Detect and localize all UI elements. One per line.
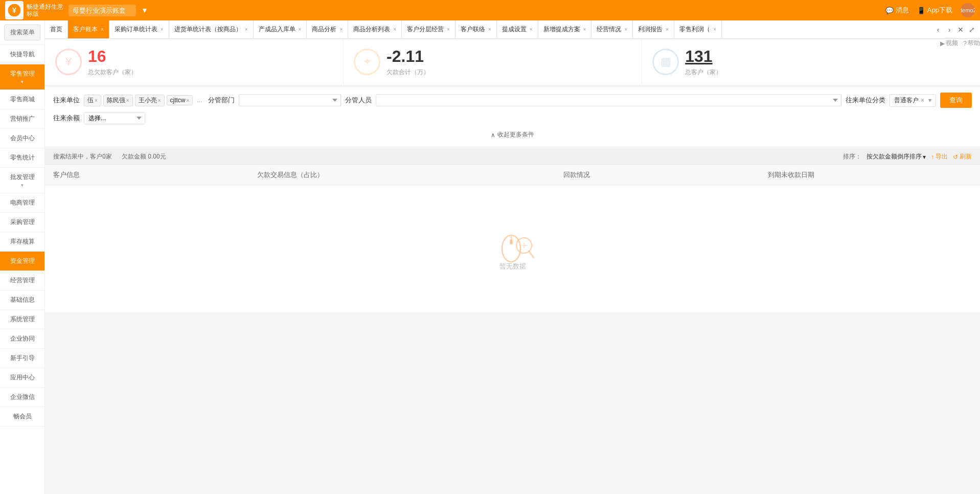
stat-label-amount: 欠款合计（万） — [386, 68, 631, 77]
quick-nav-label: 快捷导航 — [10, 50, 35, 59]
filter-tag-wu-close[interactable]: × — [95, 98, 98, 103]
results-count: 搜索结果中，客户0家 — [53, 153, 112, 160]
member-label: 会员中心 — [10, 134, 35, 143]
tab-close-purchase-order[interactable]: × — [161, 27, 164, 32]
tab-close-raise-plan[interactable]: × — [583, 27, 586, 32]
tab-cost-inbound[interactable]: 产成品入库单 × — [254, 20, 307, 39]
tab-close-biz-status[interactable]: × — [624, 27, 627, 32]
tab-close-customer-book[interactable]: × — [101, 27, 104, 32]
sort-select[interactable]: 按欠款金额倒序排序 ▾ — [867, 152, 926, 161]
tab-close-customer-segment[interactable]: × — [447, 27, 450, 32]
sidebar-item-guide[interactable]: 新手引导 — [0, 349, 44, 368]
app-icon: 📱 — [917, 7, 925, 14]
video-help-btn[interactable]: ▶ 视频 — [940, 39, 958, 48]
tab-raise-plan[interactable]: 新增提成方案 × — [538, 20, 592, 39]
sidebar-item-purchase[interactable]: 采购管理 — [0, 213, 44, 232]
guide-label: 新手引导 — [10, 354, 35, 363]
collapse-row: ∧ 收起更多条件 — [53, 128, 972, 141]
sidebar-item-enterprise[interactable]: 企业协同 — [0, 329, 44, 349]
filter-more-btn[interactable]: ... — [195, 96, 204, 105]
filter-tag-cjttcw-close[interactable]: × — [187, 98, 190, 103]
search-menu-btn[interactable]: 搜索菜单 — [4, 25, 40, 40]
video-label: 视频 — [946, 39, 958, 48]
user-avatar[interactable]: demo2 — [961, 3, 975, 17]
tab-close-goods-analysis-list[interactable]: × — [393, 27, 396, 32]
sidebar-item-retail[interactable]: 零售管理 ▾ — [0, 64, 44, 90]
sidebar-item-vip[interactable]: 畅会员 — [0, 407, 44, 426]
dept-select[interactable] — [239, 94, 341, 106]
table-header-col3: 回款情况 — [563, 170, 767, 179]
tab-close-retail-profit[interactable]: × — [713, 27, 716, 32]
results-info: 搜索结果中，客户0家 欠款金额 0.00元 — [53, 152, 166, 161]
sidebar-item-retail-stat[interactable]: 零售统计 — [0, 148, 44, 168]
ops-label: 经营管理 — [10, 276, 35, 285]
tab-customer-contact[interactable]: 客户联络 × — [455, 20, 497, 39]
sidebar-item-ecom[interactable]: 电商管理 — [0, 193, 44, 213]
tab-profit-report[interactable]: 利润报告 × — [633, 20, 674, 39]
sidebar-item-app-center[interactable]: 应用中心 — [0, 368, 44, 388]
search-query-btn[interactable]: 查询 — [940, 93, 972, 108]
tab-close-raise-settings[interactable]: × — [530, 27, 533, 32]
tab-retail-profit[interactable]: 零售利润（ × — [674, 20, 722, 39]
tab-expand-btn[interactable]: ⤢ — [967, 25, 977, 35]
logo-text: 畅捷通好生意 标版 — [27, 3, 63, 18]
stat-icon-total: ▦ — [652, 49, 679, 75]
home-tab-label: 首页 — [50, 25, 62, 34]
sidebar-item-marketing[interactable]: 营销推广 — [0, 109, 44, 129]
sidebar-item-ops[interactable]: 经营管理 — [0, 271, 44, 290]
purchase-label: 采购管理 — [10, 218, 35, 227]
tab-purchase-order[interactable]: 采购订单统计表 × — [109, 20, 169, 39]
vip-label: 畅会员 — [13, 412, 32, 421]
sidebar-item-retail-shop[interactable]: 零售商城 — [0, 90, 44, 109]
tab-home[interactable]: 首页 — [45, 20, 68, 39]
sidebar-item-wholesale[interactable]: 批发管理 ▾ — [0, 168, 44, 193]
filter-tag-wang-close[interactable]: × — [158, 98, 161, 103]
tab-scroll-right-btn[interactable]: › — [944, 25, 954, 35]
account-selector[interactable]: 母婴行业演示账套 — [69, 5, 136, 16]
unit-class-tag-close[interactable]: × — [921, 97, 924, 104]
wholesale-arrow-icon: ▾ — [21, 183, 24, 188]
export-btn[interactable]: ↑ 导出 — [931, 152, 948, 161]
tab-goods-analysis[interactable]: 商品分析 × — [307, 20, 348, 39]
filter-tag-chen-close[interactable]: × — [126, 98, 129, 103]
ecom-label: 电商管理 — [10, 198, 35, 207]
tab-close-all-btn[interactable]: ✕ — [955, 25, 966, 35]
tab-close-cost-inbound[interactable]: × — [299, 27, 302, 32]
tab-scroll-left-btn[interactable]: ‹ — [933, 25, 943, 35]
sidebar-search-area: 搜索菜单 — [0, 20, 44, 45]
results-bar: 搜索结果中，客户0家 欠款金额 0.00元 排序： 按欠款金额倒序排序 ▾ ↑ … — [45, 148, 980, 165]
filter-tag-wang-text: 王小亮 — [139, 96, 157, 105]
top-bar-left: ¥ 畅捷通好生意 标版 母婴行业演示账套 ▼ — [5, 1, 148, 19]
unit-class-dropdown-icon[interactable]: ▾ — [928, 97, 931, 104]
refresh-btn[interactable]: ↺ 刷新 — [953, 152, 972, 161]
dept-filter-label: 分管部门 — [208, 96, 235, 105]
tab-biz-status[interactable]: 经营情况 × — [591, 20, 633, 39]
dept-select-wrapper — [239, 94, 341, 106]
sidebar-item-basic[interactable]: 基础信息 — [0, 290, 44, 310]
help-btn[interactable]: ? 帮助 — [963, 39, 980, 48]
sidebar-item-member[interactable]: 会员中心 — [0, 129, 44, 148]
stat-icon-customers: ¥ — [55, 49, 82, 75]
sidebar-item-system[interactable]: 系统管理 — [0, 310, 44, 329]
balance-select[interactable]: 选择... — [84, 112, 145, 124]
sidebar-item-quick-nav[interactable]: 快捷导航 — [0, 45, 44, 64]
stat-block-amount: ✦ -2.11 欠款合计（万） — [344, 39, 642, 85]
tab-goods-analysis-list[interactable]: 商品分析列表 × — [348, 20, 402, 39]
tab-close-profit-report[interactable]: × — [666, 27, 669, 32]
sidebar-item-wechat[interactable]: 企业微信 — [0, 388, 44, 407]
collapse-btn[interactable]: ∧ 收起更多条件 — [491, 130, 534, 139]
tab-close-goods-analysis[interactable]: × — [339, 27, 343, 32]
tab-customer-book[interactable]: 客户账本 × — [68, 20, 109, 39]
person-select[interactable] — [376, 94, 841, 106]
tab-raise-settings[interactable]: 提成设置 × — [497, 20, 538, 39]
sidebar-item-finance[interactable]: 资金管理 — [0, 252, 44, 271]
tab-close-inbound-stat[interactable]: × — [245, 27, 248, 32]
tab-inbound-stat[interactable]: 进货单统计表（按商品） × — [169, 20, 254, 39]
app-download-btn[interactable]: 📱 App下载 — [917, 6, 952, 15]
sidebar-item-inventory[interactable]: 库存核算 — [0, 232, 44, 252]
filter-tag-cjttcw: cjttcw × — [167, 95, 193, 105]
tab-customer-segment[interactable]: 客户分层经营 × — [402, 20, 455, 39]
stat-info-total: 131 总客户（家） — [685, 47, 930, 77]
tab-close-customer-contact[interactable]: × — [488, 27, 491, 32]
messages-btn[interactable]: 💬 消息 — [885, 6, 909, 15]
